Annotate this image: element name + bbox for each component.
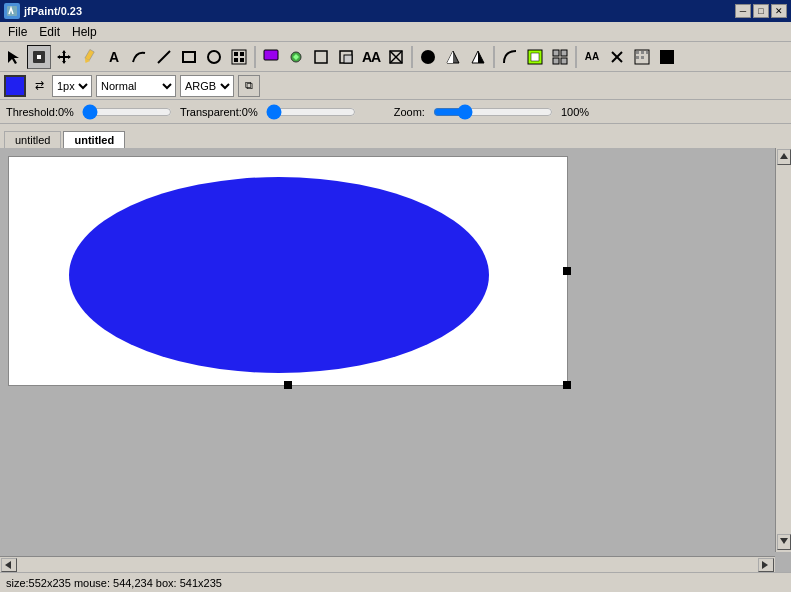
svg-marker-50 (762, 561, 768, 569)
svg-rect-14 (234, 52, 238, 56)
tab-untitled1[interactable]: untitled (4, 131, 61, 148)
blend-mode-select[interactable]: Normal Multiply Screen Overlay (96, 75, 176, 97)
swap-colors-button[interactable]: ⇄ (30, 77, 48, 95)
rotate-tool[interactable] (309, 45, 333, 69)
resize-handle-bottom[interactable] (284, 381, 292, 389)
sep2 (411, 46, 413, 68)
svg-rect-22 (344, 55, 352, 63)
svg-rect-40 (636, 51, 639, 54)
rect-tool[interactable] (177, 45, 201, 69)
zoom-value: 100% (561, 106, 589, 118)
svg-rect-17 (240, 58, 244, 62)
scrollbar-horizontal[interactable] (0, 556, 775, 572)
sep4 (575, 46, 577, 68)
svg-marker-48 (780, 538, 788, 544)
transparent-slider[interactable] (266, 105, 356, 119)
pencil-tool[interactable] (77, 45, 101, 69)
threshold-slider[interactable] (82, 105, 172, 119)
statusbar: size:552x235 mouse: 544,234 box: 541x235 (0, 572, 791, 592)
menu-file[interactable]: File (2, 23, 33, 41)
svg-rect-15 (240, 52, 244, 56)
svg-point-46 (69, 177, 489, 373)
svg-rect-45 (660, 50, 674, 64)
zoom-label: Zoom: (394, 106, 425, 118)
scale-tool[interactable] (334, 45, 358, 69)
fill-tool[interactable] (27, 45, 51, 69)
circle-tool[interactable] (202, 45, 226, 69)
text-tool[interactable]: A (102, 45, 126, 69)
drawing-surface[interactable] (8, 156, 568, 386)
aa-tool[interactable]: AA (580, 45, 604, 69)
line-tool[interactable] (152, 45, 176, 69)
svg-rect-18 (264, 50, 278, 60)
tabbar: untitled untitled (0, 124, 791, 148)
tile-tool[interactable] (548, 45, 572, 69)
menubar: File Edit Help (0, 22, 791, 42)
stamp-tool[interactable] (227, 45, 251, 69)
canvas-area (0, 148, 791, 572)
minimize-button[interactable]: ─ (735, 4, 751, 18)
fg-tool[interactable] (466, 45, 490, 69)
text2-tool[interactable]: AA (359, 45, 383, 69)
svg-rect-11 (183, 52, 195, 62)
svg-marker-7 (68, 55, 71, 59)
svg-point-12 (208, 51, 220, 63)
toolbar1: A AA (0, 42, 791, 72)
window-title: jfPaint/0.23 (24, 5, 82, 17)
main-container: jfPaint/0.23 ─ □ ✕ File Edit Help A (0, 0, 791, 592)
menu-help[interactable]: Help (66, 23, 103, 41)
move-tool[interactable] (52, 45, 76, 69)
scroll-up-button[interactable] (777, 149, 791, 165)
scroll-left-button[interactable] (1, 558, 17, 572)
svg-marker-1 (8, 51, 19, 64)
recolor-tool[interactable] (284, 45, 308, 69)
canvas-svg (9, 157, 567, 385)
svg-rect-34 (561, 50, 567, 56)
svg-rect-42 (646, 51, 648, 54)
resize-handle-right[interactable] (563, 267, 571, 275)
arc-tool[interactable] (498, 45, 522, 69)
select-tool[interactable] (2, 45, 26, 69)
toolbar2: ⇄ 1px 2px 3px 4px 5px Normal Multiply Sc… (0, 72, 791, 100)
black-tool[interactable] (655, 45, 679, 69)
menu-edit[interactable]: Edit (33, 23, 66, 41)
copy-button[interactable]: ⧉ (238, 75, 260, 97)
titlebar: jfPaint/0.23 ─ □ ✕ (0, 0, 791, 22)
svg-marker-6 (57, 55, 60, 59)
resize-handle-bottomright[interactable] (563, 381, 571, 389)
zoom-slider[interactable] (433, 105, 553, 119)
svg-point-26 (421, 50, 435, 64)
maximize-button[interactable]: □ (753, 4, 769, 18)
channel-select[interactable]: ARGB RGB Alpha (180, 75, 234, 97)
canvas-wrapper (8, 156, 568, 386)
sep3 (493, 46, 495, 68)
svg-rect-41 (641, 51, 644, 54)
scroll-right-button[interactable] (758, 558, 774, 572)
eraser-tool[interactable] (259, 45, 283, 69)
scroll-down-button[interactable] (777, 534, 791, 550)
tab-untitled2[interactable]: untitled (63, 131, 125, 148)
titlebar-controls: ─ □ ✕ (735, 4, 787, 18)
fill2-tool[interactable] (416, 45, 440, 69)
svg-rect-16 (234, 58, 238, 62)
brush-size-select[interactable]: 1px 2px 3px 4px 5px (52, 75, 92, 97)
svg-marker-3 (37, 55, 41, 59)
status-text: size:552x235 mouse: 544,234 box: 541x235 (6, 577, 222, 589)
scrollbar-vertical[interactable] (775, 148, 791, 552)
close-button[interactable]: ✕ (771, 4, 787, 18)
svg-rect-20 (315, 51, 327, 63)
svg-rect-43 (636, 56, 639, 59)
xmark2-tool[interactable] (605, 45, 629, 69)
sep1 (254, 46, 256, 68)
pattern-tool[interactable] (630, 45, 654, 69)
picker-tool[interactable] (441, 45, 465, 69)
filter-tool[interactable] (523, 45, 547, 69)
svg-marker-5 (62, 61, 66, 64)
svg-rect-44 (641, 56, 644, 59)
svg-marker-49 (5, 561, 11, 569)
xmark-tool[interactable] (384, 45, 408, 69)
svg-line-10 (158, 51, 170, 63)
threshold-label: Threshold:0% (6, 106, 74, 118)
curve-tool[interactable] (127, 45, 151, 69)
fg-color-swatch[interactable] (4, 75, 26, 97)
